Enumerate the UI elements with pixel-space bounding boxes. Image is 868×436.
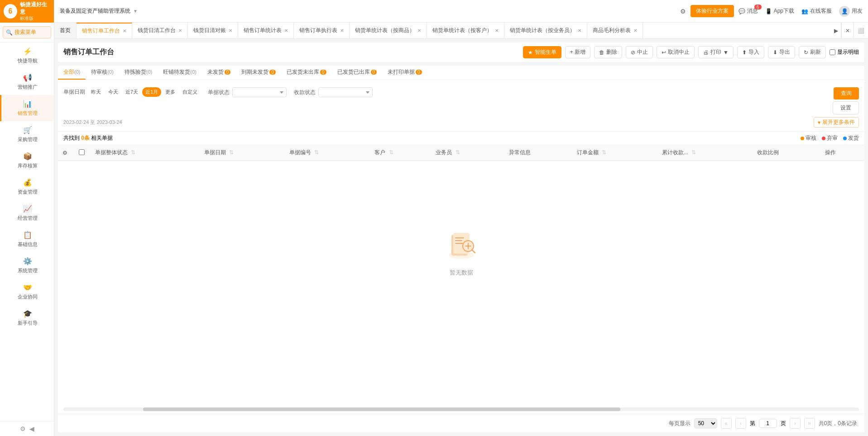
user-menu-button[interactable]: 👤 用友 <box>839 6 863 17</box>
print-button[interactable]: 🖨 打印 ▼ <box>698 46 734 58</box>
ship-action-button[interactable]: 发货 <box>843 134 859 142</box>
smart-create-button[interactable]: ★ 智能生单 <box>523 46 561 58</box>
sidebar-item-operation[interactable]: 📈 经营管理 <box>0 200 54 226</box>
setting-button[interactable]: 设置 <box>833 101 859 114</box>
review-action-button[interactable]: 审核 <box>801 134 816 142</box>
sub-tab-pending-inspect[interactable]: 待拣验货(0) <box>119 66 158 80</box>
tab-close-icon[interactable]: ✕ <box>178 28 182 33</box>
tab-close-all-button[interactable]: ✕ <box>841 23 854 39</box>
sub-tab-wangpu-pending[interactable]: 旺铺待发货(0) <box>158 66 201 80</box>
tab-home[interactable]: 首页 <box>54 23 77 39</box>
ship-action-label: 发货 <box>848 134 859 142</box>
page-size-select[interactable]: 50 100 <box>694 418 717 428</box>
search-menu-button[interactable]: 🔍 搜索菜单 <box>3 26 51 38</box>
sidebar-item-sales[interactable]: 📊 销售管理 <box>0 95 54 121</box>
sidebar-item-enterprise[interactable]: 🤝 企业协同 <box>0 279 54 305</box>
query-button[interactable]: 查询 <box>834 87 859 100</box>
page-label: 第 <box>750 420 755 427</box>
tab-close-icon[interactable]: ✕ <box>284 28 288 33</box>
cancel-suspend-button[interactable]: ↩ 取消中止 <box>657 46 695 58</box>
sidebar-item-marketing[interactable]: 📢 营销推广 <box>0 69 54 95</box>
sort-icon[interactable]: ⇅ <box>131 149 135 156</box>
sub-tab-not-shipped[interactable]: 未发货0 <box>202 66 236 80</box>
tab-close-icon[interactable]: ✕ <box>633 28 637 33</box>
status-filter-select[interactable] <box>232 87 287 97</box>
message-icon: 💬 <box>739 8 745 14</box>
show-detail-checkbox[interactable] <box>830 49 835 55</box>
scroll-thumb[interactable] <box>143 408 620 411</box>
sub-tab-shipped-not-out[interactable]: 已发货未出库0 <box>281 66 332 80</box>
sub-tab-all[interactable]: 全部(0) <box>58 66 86 80</box>
refresh-button[interactable]: ↻ 刷新 <box>799 46 826 58</box>
select-all-checkbox[interactable] <box>79 149 85 155</box>
filter-area: 单据日期 昨天 今天 近7天 近1月 更多 自定义 单据状态 <box>58 84 864 132</box>
online-service-button[interactable]: 👥 在线客服 <box>801 7 832 15</box>
tab-sales-stat[interactable]: 销售订单统计表 ✕ <box>238 23 294 39</box>
date-yesterday-button[interactable]: 昨天 <box>88 87 104 97</box>
tab-close-icon[interactable]: ✕ <box>340 28 344 33</box>
tab-close-icon[interactable]: ✕ <box>495 28 499 33</box>
sub-tab-pending-review[interactable]: 待审核(0) <box>86 66 119 80</box>
table-header-checkbox[interactable] <box>74 145 91 161</box>
gear-settings-button[interactable]: ⚙ <box>680 8 686 15</box>
show-detail-checkbox-label[interactable]: 显示明细 <box>830 48 859 56</box>
sort-icon[interactable]: ⇅ <box>691 149 696 156</box>
tab-maximize-button[interactable]: ⬜ <box>854 23 868 39</box>
sidebar-item-guide[interactable]: 🎓 新手引导 <box>0 305 54 331</box>
tab-sales-summary-customer[interactable]: 销货单统计表（按客户） ✕ <box>427 23 504 39</box>
tab-close-icon[interactable]: ✕ <box>578 28 581 33</box>
sidebar-item-inventory[interactable]: 📦 库存核算 <box>0 147 54 174</box>
date-today-button[interactable]: 今天 <box>105 87 121 97</box>
sidebar-item-finance[interactable]: 💰 资金管理 <box>0 174 54 200</box>
collapse-sidebar-button[interactable]: ◀ <box>29 425 34 432</box>
export-button[interactable]: ⬇ 导出 <box>768 46 795 58</box>
tab-sales-exec[interactable]: 销售订单执行表 ✕ <box>294 23 350 39</box>
date-7days-button[interactable]: 近7天 <box>122 87 141 97</box>
date-1month-button[interactable]: 近1月 <box>142 87 161 97</box>
delete-button[interactable]: 🗑 删除 <box>594 46 622 58</box>
table-scroll-area[interactable]: ⚙ 单据整体状态 ⇅ 单据日期 ⇅ <box>58 145 864 405</box>
tab-sales-summary-staff[interactable]: 销货单统计表（按业务员） ✕ <box>504 23 587 39</box>
sort-icon[interactable]: ⇅ <box>389 149 393 156</box>
settings-icon-button[interactable]: ⚙ <box>20 425 26 432</box>
sidebar-footer: ⚙ ◀ <box>0 421 54 436</box>
sidebar-item-system[interactable]: ⚙️ 系统管理 <box>0 252 54 279</box>
sidebar-item-quick-nav[interactable]: ⚡ 快捷导航 <box>0 43 54 69</box>
industry-solution-button[interactable]: 体验行业方案 <box>691 5 734 17</box>
sort-icon[interactable]: ⇅ <box>602 149 606 156</box>
sort-icon[interactable]: ⇅ <box>314 149 319 156</box>
new-button[interactable]: + 新增 <box>565 46 590 58</box>
date-custom-button[interactable]: 自定义 <box>179 87 201 97</box>
sub-tab-not-printed[interactable]: 未打印单据0 <box>382 66 427 80</box>
next-page-button[interactable]: › <box>790 418 801 429</box>
sort-icon[interactable]: ⇅ <box>229 149 234 156</box>
tab-gross-margin[interactable]: 商品毛利分析表 ✕ <box>587 23 643 39</box>
last-page-button[interactable]: » <box>804 418 815 429</box>
sort-icon[interactable]: ⇅ <box>456 149 460 156</box>
sidebar-item-basic[interactable]: 📋 基础信息 <box>0 226 54 252</box>
tab-sales-workbench[interactable]: 销售订单工作台 ✕ <box>77 23 132 39</box>
message-button[interactable]: 💬 消息 6 <box>739 7 758 15</box>
expand-filters-button[interactable]: ▾ 展开更多条件 <box>814 117 859 128</box>
tab-close-icon[interactable]: ✕ <box>123 28 126 33</box>
app-download-button[interactable]: 📱 App下载 <box>765 7 794 15</box>
page-input[interactable] <box>759 419 777 428</box>
prev-page-button[interactable]: ‹ <box>735 418 746 429</box>
first-page-button[interactable]: « <box>721 418 732 429</box>
date-more-button[interactable]: 更多 <box>162 87 178 97</box>
suspend-button[interactable]: ⊘ 中止 <box>626 46 653 58</box>
unreview-action-button[interactable]: 弃审 <box>822 134 838 142</box>
mobile-icon: 📱 <box>765 8 772 14</box>
tab-sales-summary-product[interactable]: 销货单统计表（按商品） ✕ <box>350 23 427 39</box>
tab-scroll-right-button[interactable]: ▶ <box>831 23 841 39</box>
tab-close-icon[interactable]: ✕ <box>229 28 232 33</box>
sidebar-item-purchase[interactable]: 🛒 采购管理 <box>0 121 54 147</box>
import-button[interactable]: ⬆ 导入 <box>737 46 764 58</box>
tab-close-icon[interactable]: ✕ <box>417 28 421 33</box>
tab-cash-reconcile[interactable]: 钱货日清对账 ✕ <box>188 23 238 39</box>
payment-filter-select[interactable] <box>318 87 373 97</box>
tab-cash-daily[interactable]: 钱货日清工作台 ✕ <box>132 23 188 39</box>
table-header-settings[interactable]: ⚙ <box>58 145 74 161</box>
sub-tab-expired-not-shipped[interactable]: 到期未发货0 <box>236 66 281 80</box>
sub-tab-shipped-out[interactable]: 已发货已出库0 <box>332 66 383 80</box>
